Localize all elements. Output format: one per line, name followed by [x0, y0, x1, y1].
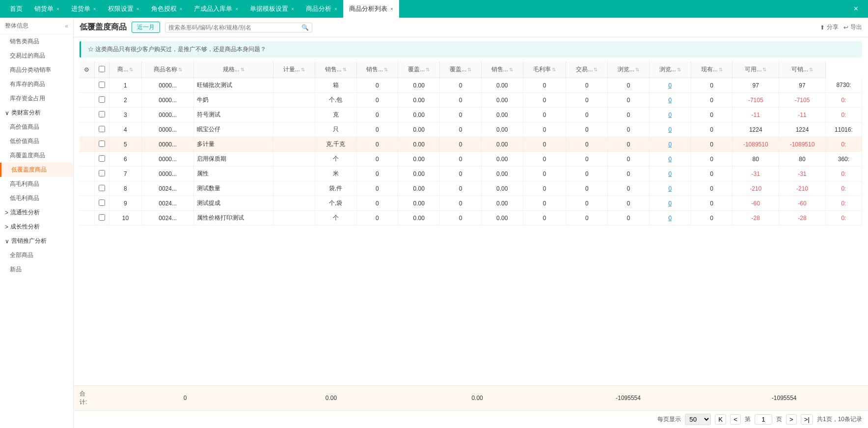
- cell-sellable: 11016:: [825, 122, 862, 137]
- sidebar-item-in-stock[interactable]: 有库存的商品: [0, 77, 73, 91]
- table-row: 8 0024... 测试数量 袋,件 0 0.00 0 0.00 0 0 0 0…: [80, 181, 862, 196]
- nav-role[interactable]: 角色授权 ×: [145, 0, 189, 18]
- nav-product-inbound[interactable]: 产成品入库单 ×: [188, 0, 244, 18]
- cell-check[interactable]: [94, 196, 109, 211]
- nav-sales[interactable]: 销货单 ×: [28, 0, 65, 18]
- sidebar-item-low-coverage[interactable]: 低覆盖度商品: [0, 163, 73, 177]
- cell-check[interactable]: [94, 78, 109, 93]
- cell-sale-qty: 0: [356, 78, 398, 93]
- cell-sellable: 0:: [825, 181, 862, 196]
- sidebar-item-high-coverage[interactable]: 高覆盖度商品: [0, 148, 73, 163]
- cell-sale-qty: 0: [356, 108, 398, 122]
- table-row: 1 0000... 旺铺批次测试 箱 0 0.00 0 0.00 0 0 0 0…: [80, 78, 862, 93]
- cell-code: 0024...: [142, 211, 194, 226]
- table-row: 2 0000... 牛奶 个,包 0 0.00 0 0.00 0 0 0 0 0…: [80, 93, 862, 108]
- nav-role-close[interactable]: ×: [180, 6, 183, 12]
- cell-check[interactable]: [94, 122, 109, 137]
- cell-check[interactable]: [94, 137, 109, 152]
- first-page-button[interactable]: K: [715, 414, 726, 425]
- col-header-check[interactable]: [94, 61, 109, 78]
- cell-browse1[interactable]: 0: [649, 167, 691, 181]
- cell-cover1: 0: [440, 211, 482, 226]
- cell-check[interactable]: [94, 93, 109, 108]
- cell-settings: [80, 181, 94, 196]
- nav-template-settings[interactable]: 单据模板设置 ×: [244, 0, 300, 18]
- search-input[interactable]: [168, 24, 301, 31]
- cell-spec: [273, 93, 315, 108]
- table-row: 4 0000... 眠宝公仔 只 0 0.00 0 0.00 0 0 0 0 0…: [80, 122, 862, 137]
- nav-sales-close[interactable]: ×: [56, 6, 59, 12]
- cell-browse1[interactable]: 0: [649, 211, 691, 226]
- cell-browse1[interactable]: 0: [649, 93, 691, 108]
- cell-cover1: 0: [440, 137, 482, 152]
- nav-template-close[interactable]: ×: [291, 6, 294, 12]
- sidebar-section-wealth[interactable]: ∨ 类财富分析: [0, 106, 73, 120]
- select-all-checkbox[interactable]: [99, 66, 105, 72]
- page-size-select[interactable]: 50 20 100: [685, 414, 711, 425]
- sidebar-item-high-value[interactable]: 高价值商品: [0, 120, 73, 134]
- next-page-button[interactable]: >: [786, 414, 797, 425]
- col-header-settings[interactable]: ⚙: [80, 61, 94, 78]
- sidebar-item-low-value[interactable]: 低价值商品: [0, 134, 73, 148]
- cell-check[interactable]: [94, 108, 109, 122]
- page-number-input[interactable]: [755, 414, 772, 425]
- cell-browse1[interactable]: 0: [649, 196, 691, 211]
- cell-name: 属性: [193, 167, 273, 181]
- nav-product-inbound-close[interactable]: ×: [235, 6, 238, 12]
- prev-page-button[interactable]: <: [730, 414, 741, 425]
- sidebar-collapse-btn[interactable]: «: [65, 23, 68, 29]
- nav-purchase[interactable]: 进货单 ×: [65, 0, 102, 18]
- search-icon[interactable]: 🔍: [301, 24, 309, 31]
- nav-permission[interactable]: 权限设置 ×: [102, 0, 145, 18]
- export-button[interactable]: ↩ 导出: [843, 23, 862, 31]
- nav-analysis-list[interactable]: 商品分析列表 ×: [343, 0, 399, 18]
- cell-profit-rate: 0: [566, 108, 608, 122]
- sidebar-section-growth[interactable]: > 成长性分析: [0, 220, 73, 234]
- cell-cover1: 0: [440, 181, 482, 196]
- sidebar-section-circulation[interactable]: > 流通性分析: [0, 205, 73, 220]
- cell-browse1[interactable]: 0: [649, 122, 691, 137]
- cell-check[interactable]: [94, 152, 109, 167]
- cell-available: 97: [779, 78, 826, 93]
- cell-settings: [80, 122, 94, 137]
- nav-analysis-close[interactable]: ×: [334, 6, 337, 12]
- cell-sale-amt: 0.00: [398, 108, 440, 122]
- nav-analysis-list-close[interactable]: ×: [390, 6, 393, 12]
- cell-cover2: 0.00: [481, 122, 523, 137]
- cell-browse1[interactable]: 0: [649, 137, 691, 152]
- nav-home[interactable]: 首页: [4, 0, 28, 18]
- sidebar-item-stock-fund[interactable]: 库存资金占用: [0, 91, 73, 106]
- nav-product-analysis[interactable]: 商品分析 ×: [300, 0, 343, 18]
- sidebar-section-marketing[interactable]: ∨ 营销推广分析: [0, 234, 73, 248]
- nav-permission-close[interactable]: ×: [136, 6, 139, 12]
- period-button[interactable]: 近一月: [132, 22, 160, 33]
- cell-profit-rate: 0: [566, 78, 608, 93]
- table-header-row: ⚙ 商...⇅ 商品名称⇅ 规格...⇅ 计量...⇅ 销售...⇅ 销售...…: [80, 61, 862, 78]
- cell-browse1[interactable]: 0: [649, 152, 691, 167]
- sidebar-item-low-margin[interactable]: 低毛利商品: [0, 191, 73, 205]
- cell-check[interactable]: [94, 167, 109, 181]
- cell-browse1[interactable]: 0: [649, 181, 691, 196]
- window-close-button[interactable]: ×: [848, 4, 864, 13]
- sidebar-item-all-goods[interactable]: 全部商品: [0, 248, 73, 262]
- share-button[interactable]: ⬆ 分享: [820, 23, 839, 31]
- sidebar-item-new-goods[interactable]: 新品: [0, 262, 73, 277]
- table-row: 3 0000... 符号测试 克 0 0.00 0 0.00 0 0 0 0 0…: [80, 108, 862, 122]
- cell-check[interactable]: [94, 181, 109, 196]
- cell-browse1[interactable]: 0: [649, 108, 691, 122]
- cell-spec: [273, 167, 315, 181]
- sidebar-item-traded-goods[interactable]: 交易过的商品: [0, 49, 73, 63]
- cell-cover1: 0: [440, 152, 482, 167]
- cell-sale-amt: 0.00: [398, 167, 440, 181]
- top-navigation: 首页 销货单 × 进货单 × 权限设置 × 角色授权 × 产成品入库单 × 单据…: [0, 0, 868, 18]
- cell-current: -28: [732, 211, 779, 226]
- cell-browse1[interactable]: 0: [649, 78, 691, 93]
- cell-name: 眠宝公仔: [193, 122, 273, 137]
- sidebar-item-sales-goods[interactable]: 销售类商品: [0, 34, 73, 49]
- sidebar-item-high-margin[interactable]: 高毛利商品: [0, 177, 73, 191]
- nav-purchase-close[interactable]: ×: [93, 6, 96, 12]
- cell-check[interactable]: [94, 211, 109, 226]
- cell-sale-amt: 0.00: [398, 152, 440, 167]
- sidebar-item-category-rate[interactable]: 商品分类动销率: [0, 63, 73, 77]
- last-page-button[interactable]: >|: [801, 414, 813, 425]
